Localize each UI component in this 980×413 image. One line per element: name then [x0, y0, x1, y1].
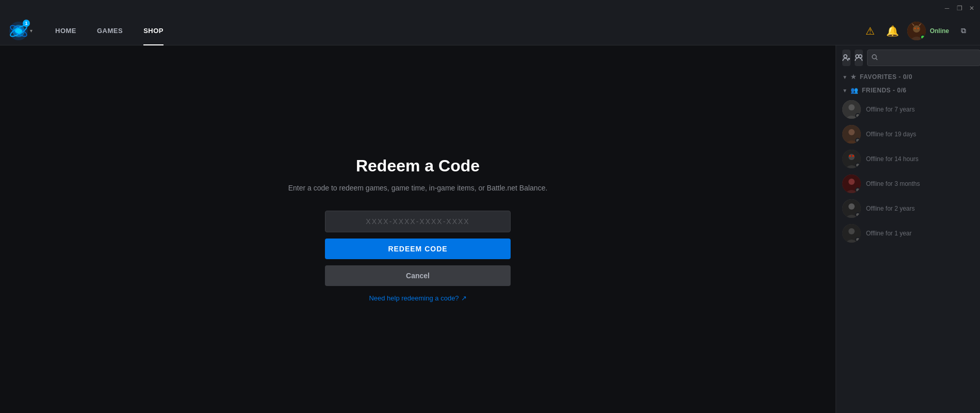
avatar	[842, 224, 861, 243]
redeem-code-button[interactable]: Redeem Code	[325, 239, 511, 259]
page-subtitle: Enter a code to redeem games, game time,…	[288, 184, 548, 192]
user-status-label: Online	[930, 27, 949, 35]
title-bar: ─ ❐ ✕	[0, 0, 980, 17]
svg-point-22	[848, 179, 855, 185]
list-item[interactable]: Offline for 1 year	[836, 221, 980, 246]
svg-point-10	[856, 55, 859, 58]
avatar	[842, 174, 861, 193]
svg-point-8	[917, 27, 919, 29]
avatar	[842, 199, 861, 218]
external-link-icon[interactable]: ⧉	[955, 23, 972, 39]
friend-status: Offline for 14 hours	[866, 155, 974, 163]
warning-icon[interactable]: ⚠	[862, 23, 878, 39]
svg-point-24	[848, 203, 855, 210]
svg-point-19	[849, 155, 851, 157]
list-item[interactable]: Offline for 2 years	[836, 196, 980, 221]
friends-list: Offline for 7 years Offline for 19 days	[836, 97, 980, 246]
offline-status-dot	[855, 187, 860, 193]
search-input[interactable]	[881, 50, 976, 66]
favorites-chevron-icon: ▼	[842, 74, 847, 80]
friends-section-header[interactable]: ▼ 👥 Friends - 0/6	[836, 84, 980, 97]
help-link-icon: ↗	[461, 294, 467, 302]
favorites-star-icon: ★	[851, 73, 857, 81]
find-friend-button[interactable]	[855, 50, 863, 66]
svg-point-11	[859, 55, 862, 58]
list-item[interactable]: Offline for 7 years	[836, 97, 980, 122]
maximize-button[interactable]: ❐	[955, 4, 963, 12]
sidebar-search-wrapper	[867, 50, 980, 66]
logo-area[interactable]: 1 ▾	[8, 21, 32, 41]
minimize-button[interactable]: ─	[943, 4, 951, 12]
notification-bell-icon[interactable]: 🔔	[885, 23, 901, 39]
online-status-dot	[920, 35, 925, 40]
svg-point-9	[844, 55, 847, 58]
avatar	[842, 100, 861, 119]
help-link-text: Need help redeeming a code?	[369, 294, 459, 302]
main-content: Redeem a Code Enter a code to redeem gam…	[0, 45, 836, 413]
friend-info: Offline for 2 years	[866, 205, 974, 212]
top-nav: 1 ▾ HOME GAMES SHOP ⚠ 🔔	[0, 17, 980, 45]
svg-point-12	[872, 55, 876, 59]
offline-status-dot	[855, 237, 860, 242]
sidebar: ▼ ★ Favorites - 0/0 ▼ 👥 Friends - 0/6	[836, 45, 980, 413]
friend-status: Offline for 19 days	[866, 131, 974, 138]
friend-info: Offline for 14 hours	[866, 155, 974, 163]
avatar	[842, 125, 861, 144]
list-item[interactable]: Offline for 3 months	[836, 171, 980, 196]
close-button[interactable]: ✕	[968, 4, 976, 12]
nav-right: ⚠ 🔔	[862, 22, 972, 40]
avatar	[842, 150, 861, 168]
content-area: Redeem a Code Enter a code to redeem gam…	[0, 45, 980, 413]
favorites-section-label: Favorites - 0/0	[860, 73, 912, 81]
friend-status: Offline for 7 years	[866, 106, 974, 113]
cancel-button[interactable]: Cancel	[325, 265, 511, 286]
redeem-form: Redeem Code Cancel Need help redeeming a…	[325, 211, 511, 302]
list-item[interactable]: Offline for 19 days	[836, 122, 980, 147]
svg-point-14	[848, 104, 855, 110]
offline-status-dot	[855, 113, 860, 118]
logo-icon: 1	[8, 21, 29, 41]
app-container: 1 ▾ HOME GAMES SHOP ⚠ 🔔	[0, 17, 980, 413]
svg-point-7	[914, 27, 916, 29]
nav-shop[interactable]: SHOP	[133, 17, 174, 45]
help-link[interactable]: Need help redeeming a code? ↗	[369, 294, 466, 302]
nav-home[interactable]: HOME	[45, 17, 87, 45]
user-profile[interactable]: Online	[907, 22, 949, 40]
friend-info: Offline for 3 months	[866, 180, 974, 187]
friend-info: Offline for 19 days	[866, 131, 974, 138]
svg-point-18	[848, 154, 855, 160]
friend-info: Offline for 1 year	[866, 230, 974, 237]
add-friend-button[interactable]	[842, 50, 851, 66]
svg-point-16	[848, 129, 855, 135]
offline-status-dot	[855, 163, 860, 168]
svg-point-26	[848, 228, 855, 234]
nav-games[interactable]: GAMES	[87, 17, 133, 45]
friends-chevron-icon: ▼	[842, 88, 847, 93]
code-input[interactable]	[325, 211, 511, 232]
logo-badge: 1	[23, 20, 30, 27]
sidebar-header	[836, 45, 980, 70]
friends-section-label: Friends - 0/6	[862, 87, 907, 94]
svg-point-20	[852, 155, 854, 157]
offline-status-dot	[855, 138, 860, 143]
favorites-section-header[interactable]: ▼ ★ Favorites - 0/0	[836, 70, 980, 84]
search-icon	[872, 54, 878, 62]
friend-info: Offline for 7 years	[866, 106, 974, 113]
friend-status: Offline for 2 years	[866, 205, 974, 212]
avatar	[907, 22, 926, 40]
svg-point-6	[913, 25, 920, 33]
friend-status: Offline for 1 year	[866, 230, 974, 237]
logo-dropdown-arrow: ▾	[30, 28, 32, 34]
list-item[interactable]: Offline for 14 hours	[836, 147, 980, 171]
friend-status: Offline for 3 months	[866, 180, 974, 187]
offline-status-dot	[855, 212, 860, 217]
friends-group-icon: 👥	[851, 87, 859, 94]
page-title: Redeem a Code	[356, 156, 480, 176]
